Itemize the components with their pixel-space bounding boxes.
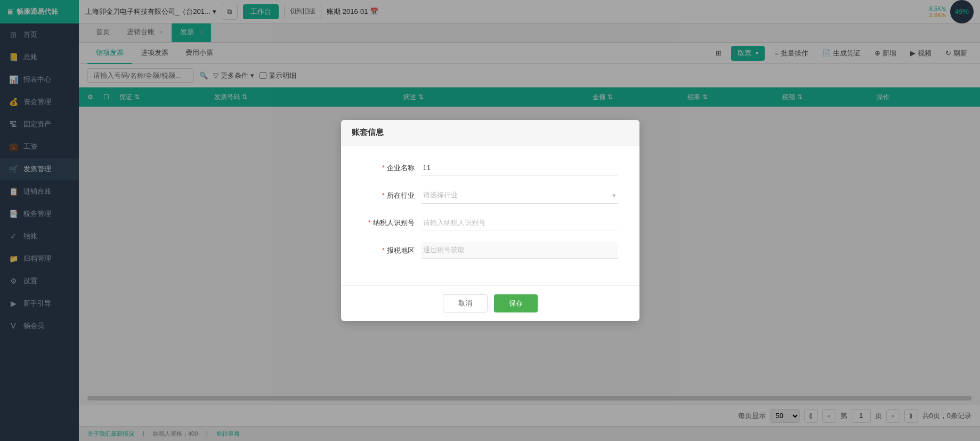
label-taxid: * 纳税人识别号	[362, 218, 421, 228]
label-industry: * 所在行业	[362, 191, 421, 201]
form-row-industry: * 所在行业 请选择行业 ▾	[362, 187, 618, 204]
save-button[interactable]: 保存	[494, 294, 538, 312]
form-row-taxid: * 纳税人识别号	[362, 215, 618, 230]
label-taxregion: * 报税地区	[362, 246, 421, 255]
modal-footer: 取消 保存	[341, 285, 639, 321]
save-label: 保存	[509, 299, 523, 307]
industry-dropdown-icon: ▾	[612, 191, 616, 199]
modal-body: * 企业名称 * 所在行业 请选择行业 ▾ * 纳	[341, 146, 639, 285]
modal-overlay: 账套信息 * 企业名称 * 所在行业 请选择行业 ▾	[0, 0, 980, 441]
modal-title: 账套信息	[352, 127, 384, 137]
cancel-button[interactable]: 取消	[443, 294, 488, 312]
label-company-name: * 企业名称	[362, 163, 421, 173]
select-industry[interactable]: 请选择行业 ▾	[421, 187, 618, 204]
required-mark: *	[382, 246, 385, 254]
required-mark: *	[368, 219, 371, 227]
taxregion-placeholder: 通过税号获取	[423, 246, 465, 254]
modal-dialog: 账套信息 * 企业名称 * 所在行业 请选择行业 ▾	[341, 120, 639, 321]
cancel-label: 取消	[458, 299, 472, 307]
form-row-taxregion: * 报税地区 通过税号获取	[362, 242, 618, 259]
form-row-company: * 企业名称	[362, 161, 618, 175]
input-taxregion-disabled: 通过税号获取	[421, 242, 618, 259]
input-taxid[interactable]	[421, 215, 618, 230]
industry-placeholder: 请选择行业	[423, 190, 458, 200]
input-company-name[interactable]	[421, 161, 618, 175]
modal-header: 账套信息	[341, 120, 639, 146]
required-mark: *	[382, 191, 385, 199]
required-mark: *	[382, 164, 385, 172]
